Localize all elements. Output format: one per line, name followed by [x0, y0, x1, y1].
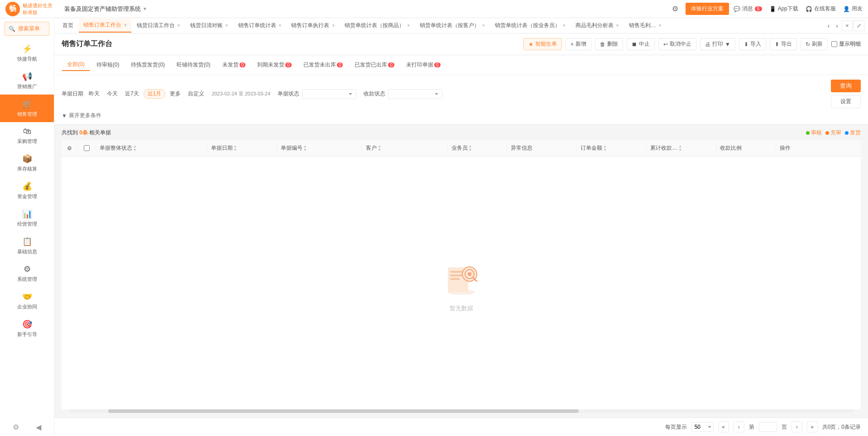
th-collected[interactable]: 累计收款… ▲▼ [647, 144, 716, 152]
status-select[interactable] [302, 89, 356, 99]
industry-btn[interactable]: 体验行业方案 [686, 3, 729, 15]
th-customer[interactable]: 客户 ▲▼ [362, 144, 447, 152]
sidebar-search-btn[interactable]: 🔍 搜索菜单 [5, 22, 49, 36]
h-scrollbar-thumb[interactable] [108, 409, 579, 413]
th-num[interactable]: 单据编号 ▲▼ [277, 144, 362, 152]
sidebar-item-system[interactable]: ⚙ 系统管理 [0, 260, 54, 287]
expand-conditions-btn[interactable]: ▼ 展开更多条件 [62, 112, 861, 119]
filter-tab-pending[interactable]: 待审核(0) [91, 59, 125, 71]
tab-order-exec-close[interactable]: × [332, 23, 335, 28]
tab-daily-clear-close[interactable]: × [177, 23, 180, 28]
sidebar-item-sales[interactable]: 🛒 销售管理 [0, 95, 54, 122]
settings-icon[interactable]: ⚙ [672, 5, 681, 14]
online-service-btn[interactable]: 🎧 在线客服 [806, 5, 836, 13]
user-menu-btn[interactable]: 👤 用友 [843, 5, 863, 13]
tab-close-all-btn[interactable]: × [842, 20, 853, 31]
payment-select[interactable] [388, 89, 442, 99]
filter-tab-unshipped[interactable]: 未发货0 [217, 59, 251, 71]
sidebar-item-inventory[interactable]: 📦 库存核算 [0, 149, 54, 177]
tab-customer-stat[interactable]: 销货单统计表（按客户） × [415, 19, 489, 33]
tab-goods-stat-close[interactable]: × [407, 23, 410, 28]
sidebar-item-finance[interactable]: 💰 资金管理 [0, 177, 54, 204]
tab-sales-order-close[interactable]: × [124, 23, 127, 28]
filter-tab-pick[interactable]: 待拣货发货(0) [125, 59, 170, 71]
sidebar-item-marketing[interactable]: 📢 营销推广 [0, 67, 54, 95]
tab-home[interactable]: 首页 [58, 19, 78, 33]
th-date[interactable]: 单据日期 ▲▼ [207, 144, 277, 152]
th-checkbox[interactable] [78, 145, 96, 151]
tab-sales-order[interactable]: 销售订单工作台 × [79, 19, 131, 33]
th-status[interactable]: 单据整体状态 ▲▼ [96, 144, 207, 152]
refresh-btn[interactable]: ↻ 刷新 [801, 38, 828, 50]
select-all-checkbox[interactable] [84, 145, 90, 151]
print-btn[interactable]: 🖨 打印 ▼ [700, 38, 735, 50]
tab-fullscreen-btn[interactable]: ⤢ [854, 20, 864, 31]
sidebar-settings-btn[interactable]: ⚙ [13, 423, 19, 431]
tab-order-stat-close[interactable]: × [279, 23, 282, 28]
date-7days[interactable]: 近7天 [122, 89, 142, 99]
tab-goods-stat[interactable]: 销货单统计表（按商品） × [340, 19, 414, 33]
cancel-stop-btn[interactable]: ↩ 取消中止 [658, 38, 696, 50]
th-exception[interactable]: 异常信息 [507, 144, 577, 152]
th-settings[interactable]: ⚙ [62, 145, 78, 152]
smart-create-btn[interactable]: ★ 智能生单 [523, 38, 562, 50]
page-first-btn[interactable]: « [718, 422, 729, 432]
filter-tab-overdue[interactable]: 到期未发货0 [252, 59, 297, 71]
show-detail-checkbox[interactable] [831, 41, 837, 47]
page-number-input[interactable]: 1 [759, 422, 777, 432]
ship-action-btn[interactable]: 发货 [845, 129, 861, 137]
show-detail-label[interactable]: 显示明细 [831, 40, 861, 48]
tab-reconcile-close[interactable]: × [225, 23, 228, 28]
import-btn[interactable]: ⬇ 导入 [739, 38, 766, 50]
tab-profit-analysis[interactable]: 商品毛利分析表 × [571, 19, 623, 33]
date-more[interactable]: 更多 [167, 89, 183, 99]
h-scrollbar[interactable] [69, 409, 854, 413]
tab-daily-clear[interactable]: 钱货日清工作台 × [132, 19, 185, 33]
date-1month[interactable]: 近1月 [144, 89, 166, 99]
sidebar-item-collab[interactable]: 🤝 企业协同 [0, 287, 54, 315]
delete-btn[interactable]: 🗑 删除 [595, 38, 623, 50]
page-size-select[interactable]: 50 20 100 [691, 422, 714, 432]
page-prev-btn[interactable]: ‹ [734, 422, 744, 432]
tab-sales-profit[interactable]: 销售毛利… × [624, 19, 666, 33]
search-setting-btn[interactable]: 设置 [831, 95, 861, 108]
message-btn[interactable]: 💬 消息 6 [734, 5, 762, 13]
tab-sales-profit-close[interactable]: × [659, 23, 662, 28]
tab-order-stat[interactable]: 销售订单统计表 × [234, 19, 286, 33]
app-download-btn[interactable]: 📱 App下载 [769, 5, 798, 13]
filter-tab-all[interactable]: 全部(0) [62, 59, 90, 71]
page-last-btn[interactable]: » [807, 422, 818, 432]
tab-staff-stat[interactable]: 销货单统计表（按业务员） × [490, 19, 570, 33]
filter-tab-unprinted[interactable]: 未打印单据0 [401, 59, 446, 71]
tab-staff-stat-close[interactable]: × [563, 23, 566, 28]
query-btn[interactable]: 查询 [831, 80, 861, 92]
export-btn[interactable]: ⬆ 导出 [770, 38, 797, 50]
th-amount[interactable]: 订单金额 ▲▼ [577, 144, 647, 152]
sidebar-item-purchase[interactable]: 🛍 采购管理 [0, 122, 54, 149]
filter-tab-wangpu[interactable]: 旺铺待发货(0) [171, 59, 216, 71]
system-dropdown-icon[interactable]: ▼ [143, 6, 147, 11]
tab-customer-stat-close[interactable]: × [482, 23, 485, 28]
tab-next-btn[interactable]: › [833, 22, 841, 29]
tab-reconcile[interactable]: 钱货日清对账 × [186, 19, 233, 33]
sidebar-collapse-btn[interactable]: ◀ [36, 423, 41, 431]
date-today[interactable]: 今天 [104, 89, 120, 99]
sidebar-item-nav[interactable]: ⚡ 快捷导航 [0, 39, 54, 67]
th-ratio[interactable]: 收款比例 [716, 144, 776, 152]
sidebar-item-guide[interactable]: 🎯 新手引导 [0, 315, 54, 342]
stop-btn[interactable]: ⏹ 中止 [627, 38, 655, 50]
page-next-btn[interactable]: › [791, 422, 802, 432]
sidebar-item-operation[interactable]: 📊 经营管理 [0, 204, 54, 232]
date-yesterday[interactable]: 昨天 [86, 89, 102, 99]
filter-tab-shipped-out[interactable]: 已发货已出库0 [349, 59, 400, 71]
tab-prev-btn[interactable]: ‹ [825, 22, 833, 29]
tab-order-exec[interactable]: 销售订单执行表 × [287, 19, 339, 33]
tab-profit-analysis-close[interactable]: × [616, 23, 619, 28]
filter-tab-shipped-not-out[interactable]: 已发货未出库0 [298, 59, 349, 71]
audit-action-btn[interactable]: 审核 [806, 129, 822, 137]
th-staff[interactable]: 业务员 ▲▼ [448, 144, 507, 152]
new-btn[interactable]: + 新增 [566, 38, 591, 50]
revoke-action-btn[interactable]: 充审 [825, 129, 841, 137]
date-custom[interactable]: 自定义 [185, 89, 207, 99]
sidebar-item-basic[interactable]: 📋 基础信息 [0, 232, 54, 260]
